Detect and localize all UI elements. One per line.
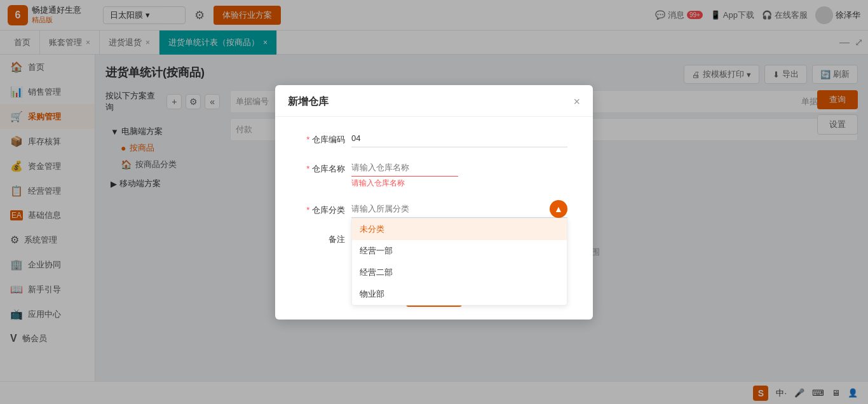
dialog-header: 新增仓库 ×	[275, 85, 593, 117]
dropdown-item-ops1[interactable]: 经营一部	[352, 240, 567, 262]
category-dropdown: ▲ 未分类 经营一部 经营二部 物业部	[351, 200, 567, 218]
form-row-name: 仓库名称 请输入仓库名称	[301, 159, 567, 189]
name-label: 仓库名称	[301, 159, 351, 175]
dropdown-item-unclassified[interactable]: 未分类	[352, 219, 567, 240]
category-dropdown-list: 未分类 经营一部 经营二部 物业部	[351, 218, 567, 306]
form-row-category: 仓库分类 ▲ 未分类 经营一部 经营二部	[301, 200, 567, 218]
name-error-hint: 请输入仓库名称	[351, 178, 567, 189]
dialog-close-button[interactable]: ×	[573, 95, 580, 109]
category-label: 仓库分类	[301, 200, 351, 216]
category-input[interactable]	[351, 200, 567, 218]
new-warehouse-dialog: 新增仓库 × 仓库编码 仓库名称 请输入仓库名称 仓库分类	[275, 85, 593, 320]
code-label: 仓库编码	[301, 130, 351, 145]
code-input[interactable]	[351, 130, 567, 147]
dropdown-item-property[interactable]: 物业部	[352, 283, 567, 305]
dropdown-arrow-button[interactable]: ▲	[550, 200, 567, 218]
form-row-code: 仓库编码	[301, 130, 567, 147]
dialog-overlay[interactable]: 新增仓库 × 仓库编码 仓库名称 请输入仓库名称 仓库分类	[0, 0, 868, 404]
name-input-wrap: 请输入仓库名称	[351, 159, 567, 189]
dialog-title: 新增仓库	[288, 95, 329, 109]
dropdown-item-ops2[interactable]: 经营二部	[352, 262, 567, 283]
dialog-body: 仓库编码 仓库名称 请输入仓库名称 仓库分类 ▲	[275, 117, 593, 285]
name-input[interactable]	[351, 159, 458, 177]
remark-label: 备注	[301, 229, 351, 245]
